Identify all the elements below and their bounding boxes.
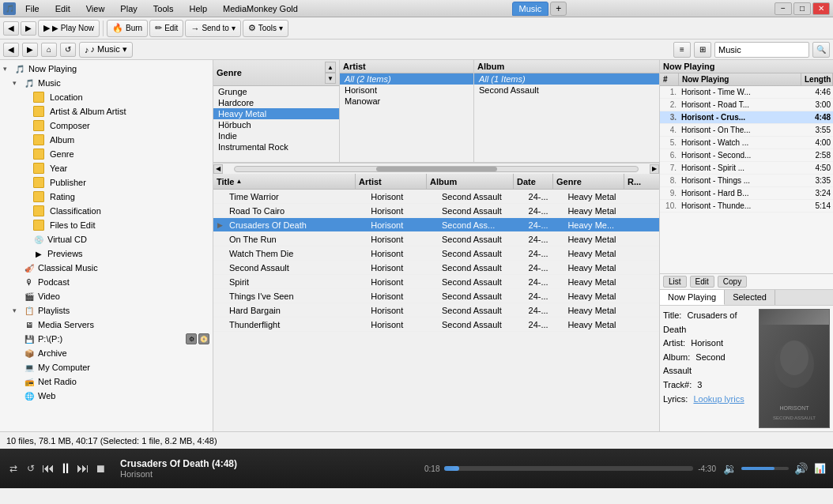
expand-icon[interactable]: ▾ bbox=[13, 307, 21, 314]
track-row[interactable]: Thunderflight Horisont Second Assault 24… bbox=[213, 318, 659, 332]
vol-up-icon[interactable]: 🔊 bbox=[793, 461, 808, 476]
sidebar-item-composer[interactable]: Composer bbox=[0, 118, 213, 133]
minimize-button[interactable]: − bbox=[775, 2, 792, 15]
edit-info-button[interactable]: Edit bbox=[690, 276, 714, 288]
sidebar-item-year[interactable]: Year bbox=[0, 161, 213, 175]
view-grid-button[interactable]: ⊞ bbox=[694, 42, 711, 58]
nav-refresh-button[interactable]: ↺ bbox=[60, 43, 76, 57]
scroll-left-button[interactable]: ◀ bbox=[213, 164, 223, 174]
edit-button[interactable]: ✏ Edit bbox=[149, 20, 183, 37]
menu-edit[interactable]: Edit bbox=[49, 2, 77, 15]
sidebar-item-now-playing[interactable]: ▾ 🎵 Now Playing bbox=[0, 62, 213, 76]
scroll-track[interactable] bbox=[234, 166, 639, 172]
next-button[interactable]: ⏭ bbox=[76, 461, 90, 476]
genre-item-instrumental-rock[interactable]: Instrumental Rock bbox=[213, 141, 339, 152]
genre-item-indie[interactable]: Indie bbox=[213, 130, 339, 141]
prev-button[interactable]: ⏮ bbox=[41, 461, 55, 476]
forward-button[interactable]: ▶ bbox=[21, 21, 36, 36]
genre-scroll-down[interactable]: ▼ bbox=[325, 73, 336, 84]
menu-mediamonkey[interactable]: MediaMonkey Gold bbox=[217, 2, 304, 15]
artist-item-horisont[interactable]: Horisont bbox=[340, 85, 473, 96]
sidebar-item-drive-p[interactable]: 💾 P:\(P:) ⚙ 📀 bbox=[0, 332, 213, 346]
np-row[interactable]: 9. Horisont - Hard B... 3:24 bbox=[660, 187, 833, 200]
view-list-button[interactable]: ≡ bbox=[673, 42, 691, 58]
artist-item-manowar[interactable]: Manowar bbox=[340, 96, 473, 107]
np-row[interactable]: 6. Horisont - Second... 2:58 bbox=[660, 149, 833, 162]
np-row[interactable]: 10. Horisont - Thunde... 5:14 bbox=[660, 200, 833, 213]
sidebar-item-podcast[interactable]: 🎙 Podcast bbox=[0, 275, 213, 289]
sidebar-item-my-computer[interactable]: 💻 My Computer bbox=[0, 360, 213, 374]
col-header-date[interactable]: Date bbox=[514, 174, 553, 189]
equalizer-button[interactable]: 📊 bbox=[812, 461, 827, 476]
progress-bar[interactable] bbox=[444, 466, 693, 471]
tab-add[interactable]: + bbox=[550, 2, 567, 16]
tools-button[interactable]: ⚙ Tools ▾ bbox=[243, 20, 288, 37]
volume-bar[interactable] bbox=[741, 467, 789, 470]
np-row[interactable]: 7. Horisont - Spirit ... 4:50 bbox=[660, 162, 833, 175]
album-item-second-assault[interactable]: Second Assault bbox=[474, 85, 659, 96]
nav-back-button[interactable]: ◀ bbox=[3, 43, 19, 57]
menu-play[interactable]: Play bbox=[114, 2, 143, 15]
expand-icon[interactable]: ▾ bbox=[3, 65, 11, 73]
play-pause-button[interactable]: ⏸ bbox=[58, 461, 73, 476]
np-row[interactable]: 1. Horisont - Time W... 4:46 bbox=[660, 86, 833, 99]
sidebar-item-net-radio[interactable]: 📻 Net Radio bbox=[0, 374, 213, 389]
track-row[interactable]: Hard Bargain Horisont Second Assault 24-… bbox=[213, 303, 659, 318]
col-header-genre[interactable]: Genre bbox=[553, 174, 624, 189]
close-button[interactable]: ✕ bbox=[812, 2, 830, 15]
menu-view[interactable]: View bbox=[80, 2, 111, 15]
sidebar-item-files-to-edit[interactable]: Files to Edit bbox=[0, 218, 213, 232]
sidebar-item-publisher[interactable]: Publisher bbox=[0, 175, 213, 190]
sidebar-item-web[interactable]: 🌐 Web bbox=[0, 389, 213, 403]
col-header-rating[interactable]: R... bbox=[624, 174, 659, 189]
stop-button[interactable]: ⏹ bbox=[93, 461, 107, 476]
search-input[interactable] bbox=[714, 42, 809, 58]
sidebar-item-genre[interactable]: Genre bbox=[0, 147, 213, 161]
np-row[interactable]: 4. Horisont - On The... 3:55 bbox=[660, 124, 833, 137]
track-row[interactable]: Things I've Seen Horisont Second Assault… bbox=[213, 289, 659, 303]
genre-item-horbuch[interactable]: Hörbuch bbox=[213, 119, 339, 130]
np-row[interactable]: 5. Horisont - Watch ... 4:00 bbox=[660, 137, 833, 149]
vol-down-icon[interactable]: 🔉 bbox=[722, 461, 737, 476]
sidebar-item-virtual-cd[interactable]: 💿 Virtual CD bbox=[0, 232, 213, 246]
sidebar-item-previews[interactable]: ▶ Previews bbox=[0, 246, 213, 261]
burn-button[interactable]: 🔥 Burn bbox=[107, 20, 148, 37]
maximize-button[interactable]: □ bbox=[793, 2, 811, 15]
sidebar-item-artist-album[interactable]: Artist & Album Artist bbox=[0, 104, 213, 118]
sidebar-item-location[interactable]: Location bbox=[0, 90, 213, 104]
artist-item-all[interactable]: All (2 Items) bbox=[340, 73, 473, 85]
list-button[interactable]: List bbox=[663, 276, 687, 288]
lookup-lyrics-link[interactable]: Lookup lyrics bbox=[693, 394, 744, 404]
menu-help[interactable]: Help bbox=[183, 2, 213, 15]
shuffle-button[interactable]: ⇄ bbox=[6, 461, 21, 476]
play-now-button[interactable]: ▶ ▶ Play Now bbox=[38, 20, 100, 37]
np-row-current[interactable]: 3. Horisont - Crus... 4:48 bbox=[660, 111, 833, 124]
back-button[interactable]: ◀ bbox=[3, 21, 19, 36]
expand-icon[interactable]: ▾ bbox=[13, 79, 21, 87]
tab-music[interactable]: Music bbox=[512, 2, 549, 16]
genre-item-heavy-metal[interactable]: Heavy Metal bbox=[213, 108, 339, 119]
np-row[interactable]: 2. Horisont - Road T... 3:00 bbox=[660, 99, 833, 111]
genre-item-grunge[interactable]: Grunge bbox=[213, 86, 339, 97]
scroll-thumb[interactable] bbox=[376, 167, 497, 171]
track-row[interactable]: Road To Cairo Horisont Second Assault 24… bbox=[213, 204, 659, 218]
sidebar-item-playlists[interactable]: ▾ 📋 Playlists bbox=[0, 303, 213, 318]
genre-scroll-up[interactable]: ▲ bbox=[325, 62, 336, 73]
sidebar-item-music[interactable]: ▾ 🎵 Music bbox=[0, 76, 213, 90]
track-row[interactable]: Second Assault Horisont Second Assault 2… bbox=[213, 261, 659, 275]
menu-tools[interactable]: Tools bbox=[147, 2, 180, 15]
sidebar-item-media-servers[interactable]: 🖥 Media Servers bbox=[0, 318, 213, 332]
track-row[interactable]: Time Warrior Horisont Second Assault 24-… bbox=[213, 190, 659, 204]
sidebar-item-video[interactable]: 🎬 Video bbox=[0, 289, 213, 303]
music-dropdown[interactable]: ♪ ♪ Music ▾ bbox=[79, 42, 133, 58]
col-header-album[interactable]: Album bbox=[427, 174, 514, 189]
sidebar-item-classical[interactable]: 🎻 Classical Music bbox=[0, 261, 213, 275]
col-header-title[interactable]: Title▲ bbox=[213, 174, 356, 189]
tab-selected[interactable]: Selected bbox=[725, 290, 775, 305]
track-row[interactable]: Watch Them Die Horisont Second Assault 2… bbox=[213, 246, 659, 261]
scroll-right-button[interactable]: ▶ bbox=[650, 164, 659, 174]
search-button[interactable]: 🔍 bbox=[812, 42, 830, 58]
col-header-artist[interactable]: Artist bbox=[356, 174, 427, 189]
sidebar-item-album[interactable]: Album bbox=[0, 133, 213, 147]
nav-forward-button[interactable]: ▶ bbox=[22, 43, 38, 57]
